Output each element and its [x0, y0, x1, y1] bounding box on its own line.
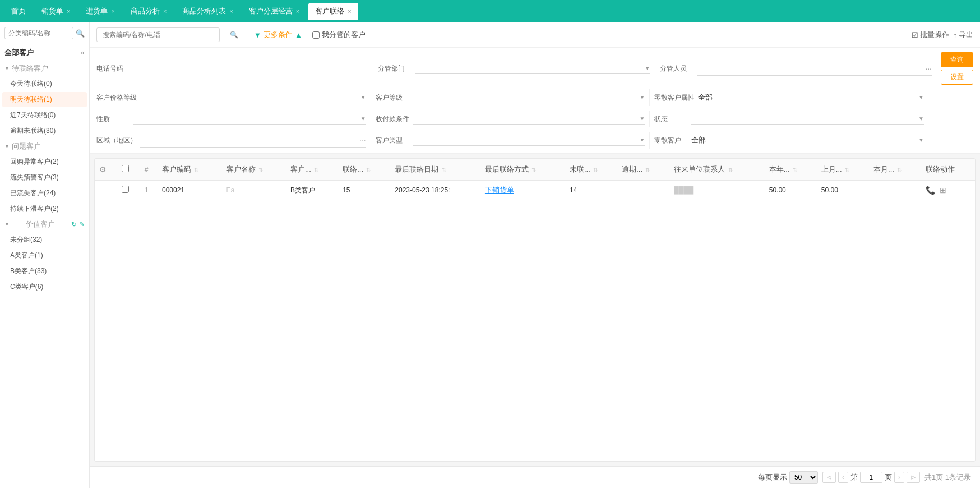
last-page-button[interactable]: ⊳ — [907, 472, 920, 483]
sidebar-item-declining[interactable]: 持续下滑客户(2) — [2, 201, 87, 217]
filter-phone-input[interactable] — [133, 62, 368, 75]
sidebar-group-problem-customers: 问题客户 — [0, 139, 89, 154]
last-date-sort-icon[interactable]: ⇅ — [442, 167, 446, 173]
value-group-edit-icon[interactable]: ✎ — [79, 220, 85, 228]
current-page-input[interactable] — [860, 472, 882, 483]
this-month-sort-icon[interactable]: ⇅ — [897, 167, 902, 173]
page-size-select[interactable]: 50 20 100 200 — [789, 471, 818, 484]
row-last-contact-method[interactable]: 下销货单 — [480, 181, 565, 200]
table-header-gear[interactable]: ⚙ — [95, 159, 115, 181]
sidebar-item-churned[interactable]: 已流失客户(24) — [2, 186, 87, 201]
filter-retail-customer-select[interactable]: 全部 ▼ — [691, 133, 924, 148]
table-header-this-month[interactable]: 本月... ⇅ — [869, 159, 921, 181]
table-header-name[interactable]: 客户名称 ⇅ — [222, 159, 286, 181]
filter-customer-level-select[interactable]: ▼ — [413, 92, 645, 103]
close-sales-order-icon[interactable]: × — [67, 8, 70, 15]
top-navigation: 首页 销货单 × 进货单 × 商品分析 × 商品分析列表 × 客户分层经营 × … — [0, 0, 980, 22]
close-purchase-order-icon[interactable]: × — [111, 8, 114, 15]
table-header-unit-contact[interactable]: 往来单位联系人 ⇅ — [669, 159, 764, 181]
name-sort-icon[interactable]: ⇅ — [258, 167, 263, 173]
table-header-checkbox[interactable] — [115, 159, 135, 181]
table-header-contact[interactable]: 联络... ⇅ — [338, 159, 390, 181]
my-customers-checkbox-label[interactable]: 我分管的客户 — [312, 30, 366, 40]
sidebar-search-input[interactable] — [4, 27, 73, 39]
table-header-last-month[interactable]: 上月... ⇅ — [817, 159, 869, 181]
sidebar-item-today-contact[interactable]: 今天待联络(0) — [2, 76, 87, 91]
table-header-this-year[interactable]: 本年... ⇅ — [765, 159, 817, 181]
close-customer-tier-icon[interactable]: × — [296, 8, 299, 15]
region-dots-icon[interactable]: ··· — [359, 136, 366, 145]
last-contact-method-link[interactable]: 下销货单 — [485, 186, 514, 194]
sidebar-item-7day-contact[interactable]: 近7天待联络(0) — [2, 108, 87, 123]
type-sort-icon[interactable]: ⇅ — [314, 167, 318, 173]
sidebar-item-overdue-contact[interactable]: 逾期未联络(30) — [2, 123, 87, 139]
contact-sort-icon[interactable]: ⇅ — [366, 167, 371, 173]
filter-department-select[interactable]: ▼ — [415, 63, 650, 74]
footer-page-size: 每页显示 50 20 100 200 — [758, 471, 818, 484]
filter-phone: 电话号码 — [96, 62, 368, 75]
reset-button[interactable]: 设置 — [941, 70, 973, 85]
nav-product-analysis-list[interactable]: 商品分析列表 × — [175, 3, 239, 20]
nav-customer-contact[interactable]: 客户联络 × — [308, 3, 358, 20]
filter-customer-type-select[interactable]: ▼ — [413, 135, 645, 146]
overdue-sort-icon[interactable]: ⇅ — [645, 167, 650, 173]
sidebar-item-b-class[interactable]: B类客户(33) — [2, 264, 87, 279]
export-button[interactable]: ↑ 导出 — [954, 30, 974, 40]
next-page-button[interactable]: › — [894, 472, 904, 483]
close-product-analysis-list-icon[interactable]: × — [229, 8, 233, 15]
my-customers-checkbox[interactable] — [312, 31, 320, 39]
table-header-code[interactable]: 客户编码 ⇅ — [158, 159, 222, 181]
table-header-last-contact-date[interactable]: 最后联络日期 ⇅ — [390, 159, 480, 181]
last-method-sort-icon[interactable]: ⇅ — [531, 167, 536, 173]
filter-region-select[interactable]: ··· — [140, 133, 366, 148]
toolbar-search-input[interactable] — [96, 27, 220, 42]
first-page-button[interactable]: ⊲ — [822, 472, 836, 483]
nav-sales-order[interactable]: 销货单 × — [35, 3, 77, 20]
unit-contact-sort-icon[interactable]: ⇅ — [728, 167, 733, 173]
filter-price-level-select[interactable]: ▼ — [140, 92, 366, 103]
grid-action-icon[interactable]: ⊞ — [940, 186, 946, 195]
prev-page-button[interactable]: ‹ — [838, 472, 848, 483]
value-group-refresh-icon[interactable]: ↻ — [71, 220, 77, 228]
row-checkbox-cell[interactable] — [115, 181, 135, 200]
toolbar-more-conditions-button[interactable]: ▼ 更多条件 ▲ — [248, 27, 308, 43]
sidebar-item-a-class[interactable]: A类客户(1) — [2, 248, 87, 263]
row-checkbox[interactable] — [122, 186, 129, 193]
nav-purchase-order[interactable]: 进货单 × — [79, 3, 121, 20]
nav-home[interactable]: 首页 — [4, 3, 33, 20]
sidebar-collapse-icon[interactable]: « — [81, 49, 85, 57]
query-button[interactable]: 查询 — [941, 52, 973, 67]
code-sort-icon[interactable]: ⇅ — [194, 167, 198, 173]
sidebar-all-customers[interactable]: 全部客户 « — [0, 44, 89, 61]
filter-status-select[interactable]: ▼ — [691, 113, 924, 125]
table-header-overdue[interactable]: 逾期... ⇅ — [617, 159, 669, 181]
uncontacted-sort-icon[interactable]: ⇅ — [593, 167, 598, 173]
table-header-type[interactable]: 客户... ⇅ — [286, 159, 338, 181]
batch-operation-button[interactable]: ☑ 批量操作 — [912, 30, 949, 40]
sidebar-item-tomorrow-contact[interactable]: 明天待联络(1) — [2, 92, 87, 107]
toolbar-search-button[interactable]: 🔍 — [224, 28, 244, 42]
phone-action-icon[interactable]: 📞 — [926, 186, 935, 195]
filter-nature-select[interactable]: ▼ — [133, 113, 366, 125]
sidebar-item-c-class[interactable]: C类客户(6) — [2, 279, 87, 294]
sidebar-item-churn-warning[interactable]: 流失预警客户(3) — [2, 170, 87, 185]
manager-dots-icon[interactable]: ··· — [925, 64, 932, 73]
table-header-uncontacted[interactable]: 未联... ⇅ — [565, 159, 617, 181]
sidebar-item-repurchase-anomaly[interactable]: 回购异常客户(2) — [2, 154, 87, 169]
table-header-last-contact-method[interactable]: 最后联络方式 ⇅ — [480, 159, 565, 181]
nav-product-analysis[interactable]: 商品分析 × — [124, 3, 173, 20]
row-type: B类客户 — [286, 181, 338, 200]
close-customer-contact-icon[interactable]: × — [348, 8, 351, 15]
filter-retail-attr-select[interactable]: 全部 ▼ — [698, 90, 924, 105]
sidebar-item-ungrouped[interactable]: 未分组(32) — [2, 232, 87, 247]
filter-manager-select[interactable]: ··· — [697, 62, 932, 76]
sidebar-search-icon[interactable]: 🔍 — [76, 29, 85, 38]
table-select-all-checkbox[interactable] — [122, 165, 129, 172]
this-year-sort-icon[interactable]: ⇅ — [793, 167, 797, 173]
close-product-analysis-icon[interactable]: × — [163, 8, 167, 15]
last-month-sort-icon[interactable]: ⇅ — [845, 167, 849, 173]
nav-customer-tier[interactable]: 客户分层经营 × — [242, 3, 306, 20]
row-action: 📞 ⊞ — [921, 181, 975, 200]
filter-payment-select[interactable]: ▼ — [413, 113, 645, 125]
gear-settings-icon[interactable]: ⚙ — [99, 165, 107, 174]
